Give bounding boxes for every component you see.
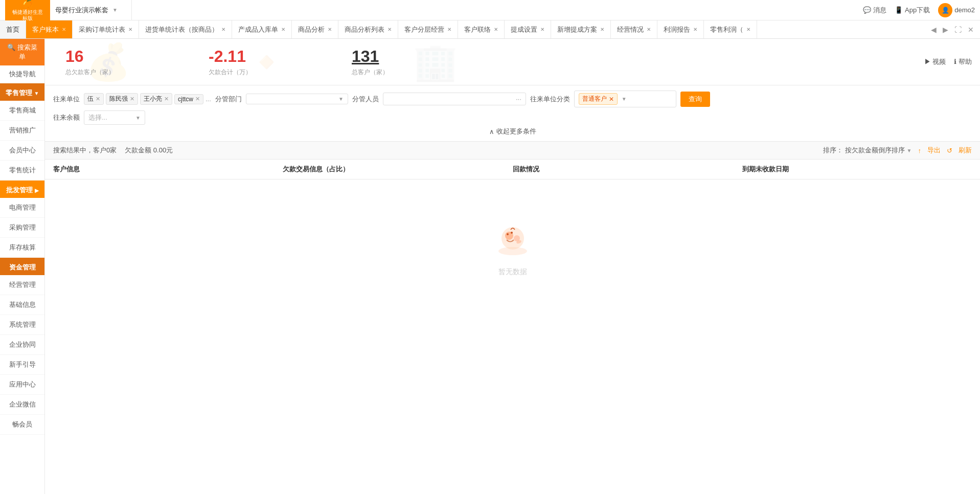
sidebar-item-guide[interactable]: 新手引导: [0, 355, 44, 375]
stat-block-total-customers: 131 总客户（家）: [331, 39, 474, 85]
tab-retail-profit[interactable]: 零售利润（ ✕: [704, 20, 757, 39]
filter-dept-dropdown[interactable]: ▼: [246, 94, 348, 104]
top-right-actions: 💬 消息 📱 App下载 👤 demo2: [863, 3, 975, 17]
refresh-btn[interactable]: 刷新: [959, 146, 972, 155]
tab-scroll-left[interactable]: ◀: [929, 25, 939, 35]
filter-tag-cjttcw[interactable]: cjttcw ✕: [174, 94, 203, 104]
download-icon: 📱: [895, 6, 903, 14]
quick-nav-label: 快捷导航: [9, 70, 36, 78]
filter-tag-cjttcw-close[interactable]: ✕: [195, 96, 200, 102]
tab-product-analysis-close[interactable]: ✕: [328, 27, 332, 32]
tab-close-all[interactable]: ✕: [966, 25, 976, 35]
sidebar-item-inventory[interactable]: 库存核算: [0, 238, 44, 258]
tab-retail-profit-close[interactable]: ✕: [746, 27, 750, 32]
empty-illustration: [492, 220, 533, 261]
user-menu[interactable]: 👤 demo2: [938, 3, 975, 17]
tab-scroll-right[interactable]: ▶: [941, 25, 950, 35]
tab-product-analysis-label: 商品分析: [298, 25, 325, 34]
sidebar-item-app-center[interactable]: 应用中心: [0, 375, 44, 395]
sidebar-item-retail-stats[interactable]: 零售统计: [0, 161, 44, 181]
tab-inbound-stats[interactable]: 进货单统计表（按商品） ✕: [139, 20, 232, 39]
filter-category-dropdown[interactable]: 普通客户 ✕ ▼: [574, 91, 676, 107]
help-btn[interactable]: ℹ 帮助: [954, 57, 972, 66]
filter-tag-wang[interactable]: 王小亮 ✕: [140, 93, 172, 105]
sidebar-item-collab[interactable]: 企业协同: [0, 335, 44, 355]
tab-purchase-stats[interactable]: 采购订单统计表 ✕: [73, 20, 139, 39]
video-btn[interactable]: ▶ 视频: [924, 57, 946, 66]
filter-person-input[interactable]: ···: [383, 93, 526, 105]
sidebar-item-retail-mall[interactable]: 零售商城: [0, 101, 44, 121]
tab-business-close[interactable]: ✕: [647, 27, 651, 32]
filter-category-arrow: ▼: [622, 96, 627, 102]
tab-product-analysis-list[interactable]: 商品分析列表 ✕: [338, 20, 398, 39]
sidebar-item-purchase[interactable]: 采购管理: [0, 218, 44, 238]
query-button[interactable]: 查询: [680, 92, 710, 107]
app-download-btn[interactable]: 📱 App下载: [895, 6, 930, 15]
export-btn[interactable]: 导出: [927, 146, 941, 155]
stat-right-actions: ▶ 视频 ℹ 帮助: [916, 39, 980, 85]
tab-customer-layered[interactable]: 客户分层经营 ✕: [398, 20, 458, 39]
tab-product-analysis-list-label: 商品分析列表: [345, 25, 384, 34]
sidebar-item-basic-info[interactable]: 基础信息: [0, 295, 44, 315]
sidebar-item-retail-stats-label: 零售统计: [9, 166, 36, 174]
tab-commission-settings-close[interactable]: ✕: [540, 27, 544, 32]
tab-home[interactable]: 首页: [0, 20, 26, 39]
filter-category-tag-close[interactable]: ✕: [609, 96, 614, 103]
filter-category-tag[interactable]: 普通客户 ✕: [579, 93, 618, 105]
tab-profit-report[interactable]: 利润报告 ✕: [657, 20, 704, 39]
stat-value-total: 131: [352, 47, 454, 66]
stat-label-customers: 总欠款客户（家）: [65, 68, 168, 77]
tab-customer-layered-close[interactable]: ✕: [447, 27, 451, 32]
quick-nav-btn[interactable]: 快捷导航: [0, 65, 44, 83]
sort-value: 按欠款金额倒序排序: [845, 146, 905, 155]
sidebar-item-member[interactable]: 会员中心: [0, 141, 44, 161]
workspace-selector[interactable]: 母婴行业演示帐套 ▼: [50, 0, 132, 20]
tab-purchase-stats-label: 采购订单统计表: [79, 25, 125, 34]
tab-inbound-stats-close[interactable]: ✕: [221, 27, 225, 32]
app-download-label: App下载: [905, 6, 930, 15]
tab-customer-contact[interactable]: 客户联络 ✕: [458, 20, 505, 39]
tab-product-inbound[interactable]: 产成品入库单 ✕: [232, 20, 292, 39]
sidebar-item-retail-mall-label: 零售商城: [9, 106, 36, 114]
sidebar-section-wholesale[interactable]: 批发管理 ▶: [0, 181, 44, 198]
workspace-label: 母婴行业演示帐套: [55, 6, 108, 15]
tab-product-analysis[interactable]: 商品分析 ✕: [292, 20, 338, 39]
tab-new-commission[interactable]: 新增提成方案 ✕: [551, 20, 611, 39]
tab-home-label: 首页: [6, 25, 19, 34]
sidebar-item-member-plus[interactable]: 畅会员: [0, 415, 44, 435]
collapse-filter-btn[interactable]: ∧ 收起更多条件: [53, 127, 972, 136]
tab-fullscreen[interactable]: ⛶: [952, 25, 964, 35]
sidebar-item-ecommerce[interactable]: 电商管理: [0, 198, 44, 218]
tab-customer-ledger-close[interactable]: ✕: [62, 27, 66, 32]
sidebar-item-system[interactable]: 系统管理: [0, 315, 44, 335]
filter-tag-wang-close[interactable]: ✕: [164, 96, 169, 102]
tab-profit-report-close[interactable]: ✕: [693, 27, 697, 32]
sidebar-section-finance[interactable]: 资金管理: [0, 258, 44, 275]
tab-customer-contact-close[interactable]: ✕: [494, 27, 498, 32]
sort-select[interactable]: 排序： 按欠款金额倒序排序 ▼: [823, 146, 912, 155]
tab-product-inbound-close[interactable]: ✕: [281, 27, 285, 32]
tab-product-analysis-list-close[interactable]: ✕: [388, 27, 392, 32]
sidebar-item-marketing[interactable]: 营销推广: [0, 121, 44, 141]
sidebar-item-business-mgmt[interactable]: 经营管理: [0, 275, 44, 295]
tab-commission-settings[interactable]: 提成设置 ✕: [505, 20, 551, 39]
filter-tag-wu-close[interactable]: ✕: [96, 96, 100, 102]
tab-customer-ledger[interactable]: 客户账本 ✕: [26, 20, 73, 39]
refresh-icon: ↺: [947, 147, 952, 154]
filter-tag-wu[interactable]: 伍 ✕: [84, 93, 104, 105]
message-btn[interactable]: 💬 消息: [863, 6, 886, 15]
tab-business[interactable]: 经营情况 ✕: [611, 20, 657, 39]
tab-new-commission-close[interactable]: ✕: [600, 27, 604, 32]
search-menu-btn[interactable]: 🔍 搜索菜单: [0, 39, 44, 65]
filter-dept-arrow: ▼: [338, 96, 344, 102]
sidebar-section-retail-label: 零售管理: [6, 88, 32, 98]
tab-purchase-stats-close[interactable]: ✕: [128, 27, 132, 32]
filter-tag-chen-close[interactable]: ✕: [130, 96, 134, 102]
sidebar-item-wechat[interactable]: 企业微信: [0, 395, 44, 415]
filter-balance-select[interactable]: 选择... ▼: [84, 110, 145, 125]
filter-category-label: 往来单位分类: [530, 95, 570, 104]
filter-more-btn[interactable]: ...: [206, 95, 211, 103]
video-icon: ▶: [924, 58, 933, 65]
sidebar-section-retail[interactable]: 零售管理 ▼: [0, 83, 44, 101]
filter-tag-chen[interactable]: 陈民强 ✕: [106, 93, 138, 105]
